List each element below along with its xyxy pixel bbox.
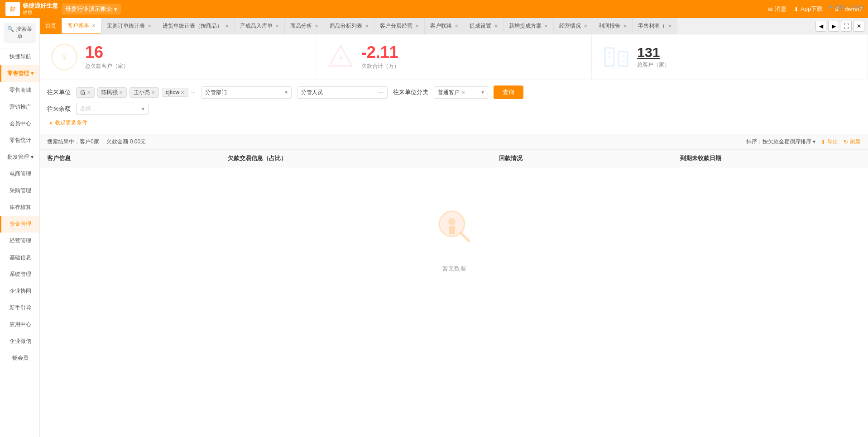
tab-accounts[interactable]: 客户账本 ✕ <box>62 18 101 34</box>
sidebar-item-vip[interactable]: 畅会员 <box>0 350 39 366</box>
tab-inventory-stats[interactable]: 进货单统计表（按商品） ✕ <box>157 18 235 34</box>
stat-icon-debt: ✦ <box>327 43 354 71</box>
tab-purchase-stats[interactable]: 采购订单统计表 ✕ <box>101 18 157 34</box>
tab-product-analysis-close[interactable]: ✕ <box>315 24 318 28</box>
filter-tag-chen: 陈民强 ✕ <box>97 87 127 98</box>
top-bar: 好 畅捷通好生意 标版 母婴行业演示帐套 ▾ ✉ 消息 ⬇ App下载 d <box>0 0 868 18</box>
tab-customer-contact-close[interactable]: ✕ <box>455 24 458 28</box>
stat-value-total: 131 <box>637 46 857 59</box>
tab-cost-inbound[interactable]: 产成品入库单 ✕ <box>235 18 285 34</box>
sidebar-item-business[interactable]: 经营管理 <box>0 233 39 249</box>
tab-home-label: 首页 <box>45 22 56 30</box>
tab-purchase-stats-close[interactable]: ✕ <box>148 24 151 28</box>
table-col-overdue: 到期未收款日期 <box>680 154 861 162</box>
stat-info-total: 131 总客户（家） <box>637 46 857 69</box>
tab-retail-profit-close[interactable]: ✕ <box>668 24 671 28</box>
sidebar-item-new-guide[interactable]: 新手引导 <box>0 299 39 316</box>
tab-inventory-stats-close[interactable]: ✕ <box>225 24 229 28</box>
export-label: 导出 <box>827 138 838 146</box>
person-selector[interactable]: 分管人员 ··· <box>297 86 388 99</box>
balance-selector[interactable]: 选择... ▾ <box>76 103 149 115</box>
page-content: ¥ 16 总欠款客户（家） ✦ <box>40 34 868 437</box>
empty-state: 暂无数据 <box>40 167 868 309</box>
filter-tag-wu-close[interactable]: ✕ <box>87 90 91 95</box>
sidebar-item-retail-mgmt[interactable]: 零售管理 ▾ <box>0 65 39 82</box>
balance-placeholder: 选择... <box>80 105 96 113</box>
filter-tag-more[interactable]: ··· <box>191 89 196 95</box>
tab-customer-segment-close[interactable]: ✕ <box>415 24 419 28</box>
filter-tag-cjttcw-close[interactable]: ✕ <box>181 90 184 95</box>
stat-info-debt: -2.11 欠款合计（万） <box>361 44 581 70</box>
tab-raise-settings-close[interactable]: ✕ <box>494 24 498 28</box>
svg-rect-9 <box>622 60 624 62</box>
filter-tag-cjttcw: cjttcw ✕ <box>162 88 188 97</box>
tab-new-plan-close[interactable]: ✕ <box>544 24 548 28</box>
tab-cost-inbound-close[interactable]: ✕ <box>275 24 279 28</box>
filter-tag-wu-label: 伍 <box>80 89 86 96</box>
unit-class-selector[interactable]: 普通客户 ✕ ▾ <box>434 86 488 99</box>
tab-fullscreen-btn[interactable]: ⛶ <box>841 21 852 32</box>
vip-label: 畅会员 <box>12 355 29 361</box>
tab-product-list[interactable]: 商品分析列表 ✕ <box>324 18 374 34</box>
stat-card-customers: ¥ 16 总欠款客户（家） <box>40 34 316 80</box>
business-label: 经营管理 <box>10 238 31 244</box>
tab-product-list-close[interactable]: ✕ <box>365 24 369 28</box>
query-button[interactable]: 查询 <box>494 86 523 99</box>
table-col-repayment: 回款情况 <box>499 154 680 162</box>
filter-tag-wang: 王小亮 ✕ <box>129 87 159 98</box>
app-download-btn[interactable]: ⬇ App下载 <box>794 5 823 13</box>
sidebar-item-ecommerce[interactable]: 电商管理 <box>0 166 39 182</box>
tab-profit-report-close[interactable]: ✕ <box>623 24 627 28</box>
dept-selector[interactable]: 分管部门 ▾ <box>201 86 292 99</box>
tab-cost-inbound-label: 产成品入库单 <box>240 22 273 30</box>
sidebar-item-inventory[interactable]: 库存核算 <box>0 199 39 216</box>
search-menu-button[interactable]: 🔍 搜索菜单 <box>4 23 36 43</box>
collapse-row: ∧ 收起更多条件 <box>47 117 861 128</box>
sidebar-item-marketing[interactable]: 营销推广 <box>0 99 39 115</box>
tab-operations[interactable]: 经营情况 ✕ <box>554 18 593 34</box>
dept-arrow: ▾ <box>285 89 288 95</box>
tab-close-all-btn[interactable]: ✕ <box>854 21 864 32</box>
sidebar-item-enterprise[interactable]: 企业协同 <box>0 283 39 299</box>
sidebar-item-finance[interactable]: 资金管理 <box>0 216 39 233</box>
sidebar-item-retail-mall[interactable]: 零售商城 <box>0 82 39 99</box>
stat-label-total: 总客户（家） <box>637 61 857 69</box>
tenant-selector[interactable]: 母婴行业演示帐套 ▾ <box>62 4 121 14</box>
sidebar-item-system[interactable]: 系统管理 <box>0 266 39 283</box>
tab-product-analysis[interactable]: 商品分析 ✕ <box>285 18 324 34</box>
collapse-button[interactable]: ∧ 收起更多条件 <box>49 119 859 127</box>
results-bar-right: 排序：按欠款金额倒序排序 ▾ ⬆ 导出 ↻ 刷新 <box>746 138 861 146</box>
tab-customer-contact[interactable]: 客户联络 ✕ <box>425 18 464 34</box>
retail-mgmt-label: 零售管理 ▾ <box>7 70 33 76</box>
refresh-btn[interactable]: ↻ 刷新 <box>844 138 861 146</box>
export-icon: ⬆ <box>821 139 825 145</box>
sidebar-item-purchase[interactable]: 采购管理 <box>0 182 39 199</box>
tab-prev-btn[interactable]: ◀ <box>815 21 826 32</box>
filter-tag-cjttcw-label: cjttcw <box>166 89 179 95</box>
message-btn[interactable]: ✉ 消息 <box>768 5 786 13</box>
tab-accounts-close[interactable]: ✕ <box>92 23 96 28</box>
tab-raise-settings[interactable]: 提成设置 ✕ <box>464 18 504 34</box>
tab-new-plan-label: 新增提成方案 <box>509 22 542 30</box>
filter-tag-wang-close[interactable]: ✕ <box>151 90 155 95</box>
unit-class-close[interactable]: ✕ <box>461 90 465 95</box>
logo-title: 畅捷通好生意 <box>23 2 58 10</box>
tab-retail-profit[interactable]: 零售利润（ ✕ <box>633 18 677 34</box>
stat-info-customers: 16 总欠款客户（家） <box>85 44 305 70</box>
tab-home[interactable]: 首页 <box>40 18 62 34</box>
sidebar-item-member[interactable]: 会员中心 <box>0 115 39 132</box>
sidebar-item-wechat[interactable]: 企业微信 <box>0 333 39 350</box>
tab-customer-segment[interactable]: 客户分层经营 ✕ <box>374 18 425 34</box>
tab-operations-close[interactable]: ✕ <box>584 24 587 28</box>
sidebar-item-quick-nav[interactable]: 快捷导航 <box>0 48 39 65</box>
export-btn[interactable]: ⬆ 导出 <box>821 138 838 146</box>
sidebar-item-app-center[interactable]: 应用中心 <box>0 316 39 333</box>
tab-new-plan[interactable]: 新增提成方案 ✕ <box>504 18 554 34</box>
sidebar-item-batch-mgmt[interactable]: 批发管理 ▾ <box>0 149 39 166</box>
tab-profit-report[interactable]: 利润报告 ✕ <box>593 18 633 34</box>
filter-tag-chen-close[interactable]: ✕ <box>119 90 123 95</box>
sidebar-item-retail-stats[interactable]: 零售统计 <box>0 132 39 149</box>
sidebar-item-base-info[interactable]: 基础信息 <box>0 249 39 266</box>
finance-label: 资金管理 <box>10 221 31 227</box>
tab-next-btn[interactable]: ▶ <box>828 21 839 32</box>
